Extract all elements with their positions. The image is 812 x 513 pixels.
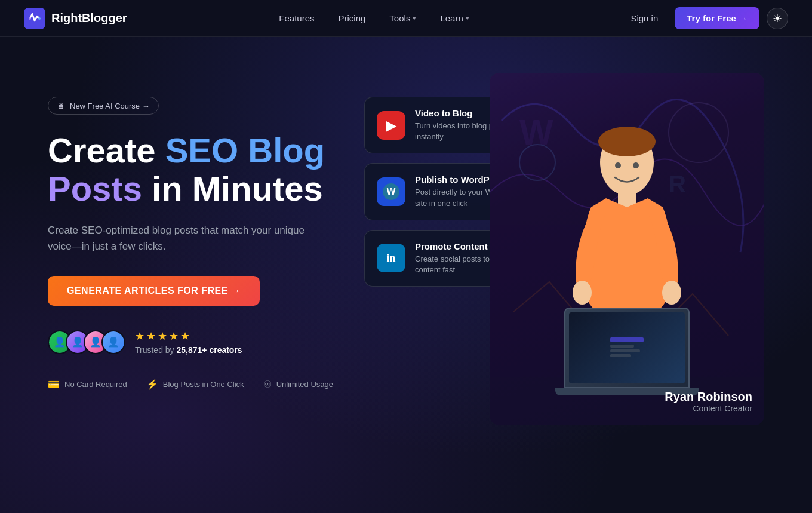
svg-point-14 (615, 162, 621, 168)
star-5: ★ (180, 330, 190, 343)
linkedin-icon: in (377, 244, 405, 272)
tools-chevron-icon: ▾ (413, 14, 416, 22)
logo[interactable]: RightBlogger (24, 8, 127, 29)
person-image: W R B (490, 73, 764, 425)
hero-right: ▶ Video to Blog Turn videos into blog po… (382, 73, 764, 425)
features-row: 💳 No Card Required ⚡ Blog Posts in One C… (48, 379, 358, 390)
trusted-text: Trusted by 25,871+ creators (135, 345, 242, 355)
svg-rect-19 (610, 354, 631, 357)
nav-features[interactable]: Features (269, 8, 324, 28)
bolt-icon: ⚡ (146, 379, 158, 390)
star-rating: ★ ★ ★ ★ ★ (135, 330, 242, 343)
svg-point-13 (662, 281, 681, 305)
monitor-icon: 🖥 (57, 101, 65, 110)
youtube-icon: ▶ (377, 111, 405, 140)
svg-rect-18 (610, 349, 640, 352)
svg-point-12 (573, 281, 592, 305)
feature-no-card: 💳 No Card Required (48, 379, 127, 390)
try-free-button[interactable]: Try for Free → (675, 7, 759, 29)
svg-rect-17 (610, 345, 634, 348)
nav-pricing[interactable]: Pricing (329, 8, 376, 28)
star-1: ★ (135, 330, 144, 343)
theme-toggle-button[interactable]: ☀ (767, 8, 788, 29)
nav-links: Features Pricing Tools ▾ Learn ▾ (269, 8, 478, 28)
infinity-icon: ♾ (263, 379, 272, 390)
card-icon: 💳 (48, 379, 60, 390)
hero-subtitle: Create SEO-optimized blog posts that mat… (48, 222, 310, 254)
hero-left: 🖥 New Free AI Course → Create SEO Blog P… (48, 73, 358, 390)
svg-point-10 (598, 127, 656, 156)
svg-rect-0 (24, 8, 45, 29)
logo-text: RightBlogger (51, 11, 127, 25)
course-badge[interactable]: 🖥 New Free AI Course → (48, 97, 159, 115)
avatar-group: 👤 👤 👤 👤 (48, 330, 125, 354)
person-name-plate: Ryan Robinson Content Creator (665, 390, 752, 413)
svg-rect-16 (610, 337, 644, 342)
wordpress-icon: W (377, 177, 405, 206)
star-4: ★ (169, 330, 179, 343)
hero-section: 🖥 New Free AI Course → Create SEO Blog P… (0, 37, 812, 513)
svg-point-15 (633, 162, 639, 168)
nav-learn[interactable]: Learn ▾ (430, 8, 478, 28)
feature-one-click: ⚡ Blog Posts in One Click (146, 379, 244, 390)
star-2: ★ (146, 330, 156, 343)
person-name: Ryan Robinson (665, 390, 752, 404)
person-role: Content Creator (665, 404, 752, 413)
svg-point-2 (38, 17, 41, 20)
star-3: ★ (158, 330, 167, 343)
feature-unlimited: ♾ Unlimited Usage (263, 379, 333, 390)
social-proof: 👤 👤 👤 👤 ★ ★ ★ ★ ★ (48, 330, 358, 355)
laptop (564, 308, 690, 395)
nav-tools[interactable]: Tools ▾ (380, 8, 426, 28)
navbar: RightBlogger Features Pricing Tools ▾ Le… (0, 0, 812, 37)
learn-chevron-icon: ▾ (466, 14, 469, 22)
nav-actions: Sign in Try for Free → ☀ (621, 7, 788, 29)
stars-area: ★ ★ ★ ★ ★ Trusted by 25,871+ creators (135, 330, 242, 355)
svg-point-1 (29, 17, 31, 20)
person-photo-bg: W R B (490, 73, 764, 425)
avatar: 👤 (102, 330, 125, 354)
hero-title: Create SEO Blog Posts in Minutes (48, 131, 358, 208)
sun-icon: ☀ (773, 12, 782, 25)
sign-in-button[interactable]: Sign in (621, 8, 668, 28)
generate-articles-button[interactable]: GENERATE ARTICLES FOR FREE → (48, 276, 260, 306)
